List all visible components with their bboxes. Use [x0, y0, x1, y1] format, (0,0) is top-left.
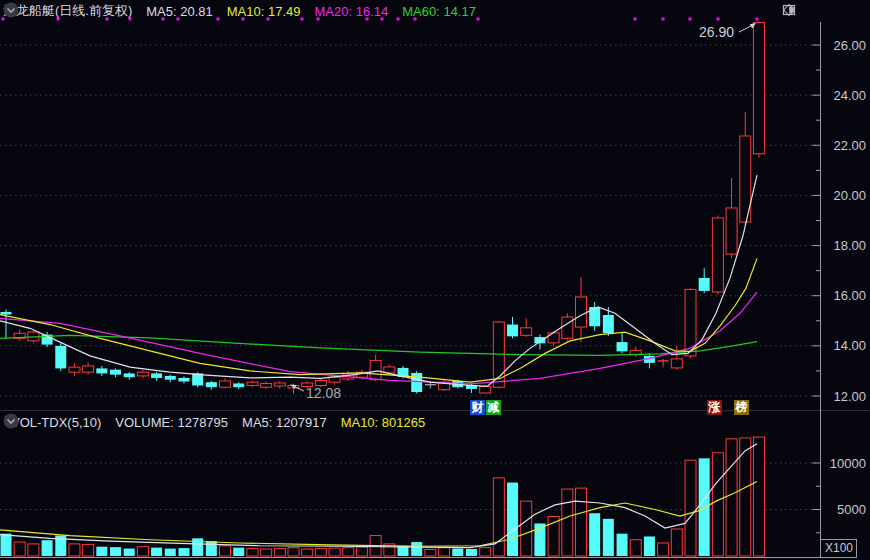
volume-unit-label: X100	[825, 541, 853, 555]
ma60-readout: MA60: 14.17	[402, 4, 476, 19]
ma20-readout: MA20: 16.14	[315, 4, 389, 19]
ma10-readout: MA10: 17.49	[227, 4, 301, 19]
stock-chart-window: 26.0024.0022.0020.0018.0016.0014.0012.00…	[0, 0, 870, 560]
svg-text:12.00: 12.00	[833, 389, 866, 404]
candlesticks	[1, 22, 765, 394]
ma5-readout: MA5: 20.81	[146, 4, 213, 19]
main-chart-header: 江龙船艇(日线.前复权) MA5: 20.81 MA10: 17.49 MA20…	[3, 2, 490, 20]
event-badge-jian[interactable]: 减	[486, 400, 501, 415]
event-badge-cai[interactable]: 财	[470, 400, 485, 415]
svg-text:14.00: 14.00	[833, 338, 866, 353]
event-badge-zhang[interactable]: 涨	[707, 400, 722, 415]
svg-text:18.00: 18.00	[833, 238, 866, 253]
svg-text:20.00: 20.00	[833, 188, 866, 203]
svg-text:16.00: 16.00	[833, 288, 866, 303]
svg-text:22.00: 22.00	[833, 138, 866, 153]
stock-title: 江龙船艇(日线.前复权)	[3, 2, 132, 20]
ma-lines	[0, 175, 757, 386]
svg-text:10000: 10000	[830, 456, 866, 471]
svg-text:5000: 5000	[837, 502, 866, 517]
volume-ma5-readout: MA5: 1207917	[242, 415, 327, 430]
event-badge-bang[interactable]: 榜	[734, 400, 749, 415]
chart-canvas[interactable]: 26.0024.0022.0020.0018.0016.0014.0012.00…	[0, 0, 870, 560]
volume-ma10-readout: MA10: 801265	[341, 415, 426, 430]
volume-indicator-name: VOL-TDX(5,10)	[11, 415, 101, 430]
svg-text:26.00: 26.00	[833, 38, 866, 53]
volume-pane-header: VOL-TDX(5,10) VOLUME: 1278795 MA5: 12079…	[3, 413, 439, 431]
svg-text:24.00: 24.00	[833, 88, 866, 103]
volume-readout: VOLUME: 1278795	[115, 415, 228, 430]
volume-ma-lines	[0, 444, 757, 548]
